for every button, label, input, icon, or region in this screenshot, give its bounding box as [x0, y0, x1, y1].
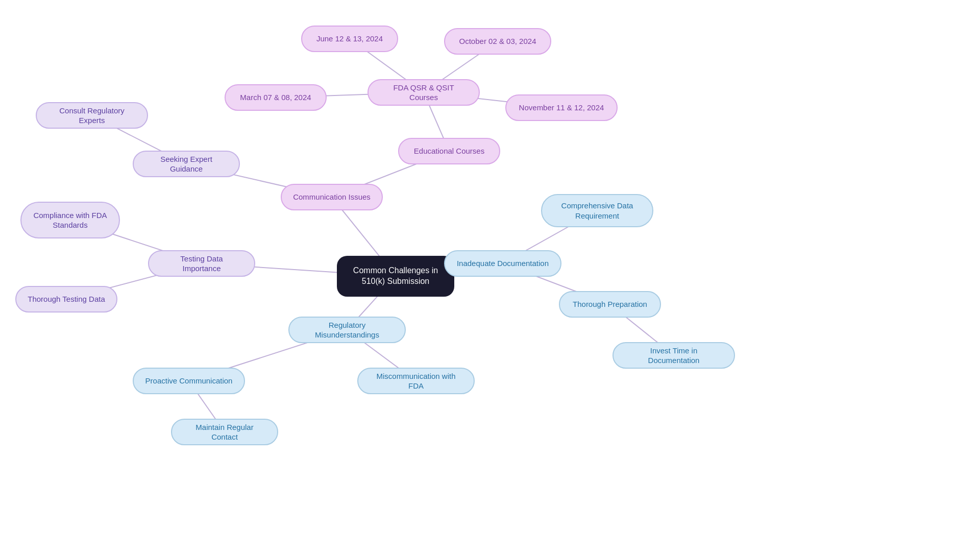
comprehensive-data-node[interactable]: Comprehensive Data Requirement [541, 194, 653, 227]
compliance-fda-node[interactable]: Compliance with FDA Standards [20, 202, 120, 238]
consult-regulatory-node[interactable]: Consult Regulatory Experts [36, 102, 148, 129]
invest-time-node[interactable]: Invest Time in Documentation [612, 342, 735, 369]
center-node[interactable]: Common Challenges in 510(k) Submission [337, 256, 454, 297]
educational-courses-node[interactable]: Educational Courses [398, 138, 500, 164]
november-dates-node[interactable]: November 11 & 12, 2024 [505, 94, 618, 121]
mind-map-container: Common Challenges in 510(k) SubmissionCo… [0, 0, 980, 553]
thorough-prep-node[interactable]: Thorough Preparation [559, 291, 661, 318]
miscommunication-fda-node[interactable]: Miscommunication with FDA [357, 368, 475, 394]
communication-issues-node[interactable]: Communication Issues [281, 184, 383, 210]
maintain-contact-node[interactable]: Maintain Regular Contact [171, 419, 278, 445]
inadequate-doc-node[interactable]: Inadequate Documentation [444, 250, 561, 277]
regulatory-misunderstandings-node[interactable]: Regulatory Misunderstandings [288, 317, 406, 343]
proactive-communication-node[interactable]: Proactive Communication [133, 368, 245, 394]
march-dates-node[interactable]: March 07 & 08, 2024 [225, 84, 327, 111]
october-dates-node[interactable]: October 02 & 03, 2024 [444, 28, 551, 55]
testing-data-importance-node[interactable]: Testing Data Importance [148, 250, 255, 277]
june-dates-node[interactable]: June 12 & 13, 2024 [301, 26, 398, 52]
thorough-testing-node[interactable]: Thorough Testing Data [15, 286, 117, 312]
fda-qsr-courses-node[interactable]: FDA QSR & QSIT Courses [368, 79, 480, 106]
seeking-expert-node[interactable]: Seeking Expert Guidance [133, 151, 240, 177]
